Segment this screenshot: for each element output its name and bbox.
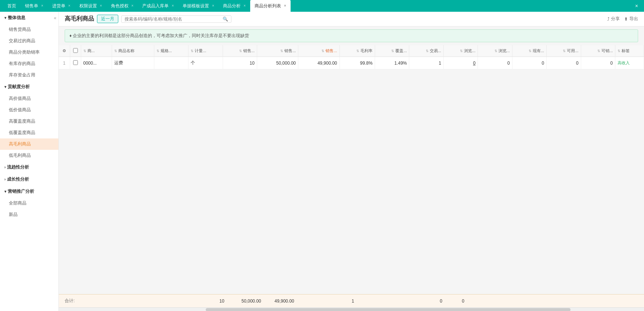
export-button[interactable]: ⬆ 导出	[624, 16, 638, 22]
sidebar-group-marketing[interactable]: ▾ 营销推广分析	[0, 185, 58, 198]
col-settings[interactable]: ⚙	[59, 45, 70, 57]
sidebar: « ▾ 整体信息 销售货商品 交易过的商品 商品分类助销率 有库存的商品 库存资…	[0, 12, 59, 311]
row-current-stock: 0	[512, 57, 546, 69]
close-template-tab[interactable]: ×	[212, 0, 214, 12]
sidebar-group-contribution[interactable]: ▾ 贡献度分析	[0, 81, 58, 93]
close-product-in-tab[interactable]: ×	[172, 0, 174, 12]
col-sales-cost[interactable]: ⇅ 销售...	[298, 45, 339, 57]
main-layout: « ▾ 整体信息 销售货商品 交易过的商品 商品分类助销率 有库存的商品 库存资…	[0, 12, 644, 311]
sidebar-item-all-goods[interactable]: 全部商品	[0, 198, 58, 209]
table-footer: 合计: 10 50,000.00 49,900.00 1 0 0	[59, 294, 644, 307]
footer-available: 0	[460, 299, 482, 304]
content-area: 高毛利商品 近一月 🔍 ⤴ 分享 ⬆ 导出 ♦ 企业的主要的利润都是这部分商品创…	[59, 12, 644, 311]
info-banner: ♦ 企业的主要的利润都是这部分商品创造的，可考虑加大推广，同时关注库存是不要出现…	[65, 29, 638, 42]
arrow-right-icon: ›	[4, 177, 6, 181]
sidebar-item-low-value[interactable]: 低价值商品	[0, 104, 58, 116]
sidebar-item-sales-goods[interactable]: 销售货商品	[0, 24, 58, 35]
arrow-right-icon: ›	[4, 165, 6, 169]
nav-permissions[interactable]: 权限设置 ×	[75, 0, 107, 12]
sidebar-item-category-rate[interactable]: 商品分类助销率	[0, 47, 58, 58]
footer-label: 合计:	[65, 298, 75, 304]
sidebar-item-high-value[interactable]: 高价值商品	[0, 93, 58, 104]
search-input[interactable]	[125, 17, 221, 22]
footer-spacer	[78, 299, 217, 304]
row-sales-cost: 49,900.00	[298, 57, 339, 69]
table-row: 1 0000... 运费 个 10 50,000.00 49,900.00 99…	[59, 57, 644, 69]
sidebar-group-growth[interactable]: › 成长性分析	[0, 173, 58, 185]
info-text: ♦ 企业的主要的利润都是这部分商品创造的，可考虑加大推广，同时关注库存是不要出现…	[69, 33, 249, 39]
row-available: 0	[547, 57, 581, 69]
sidebar-group-overall[interactable]: ▾ 整体信息	[0, 12, 58, 24]
header-actions: ⤴ 分享 ⬆ 导出	[607, 16, 638, 22]
col-saleable[interactable]: ⇅ 可销...	[581, 45, 615, 57]
row-sales-amount: 50,000.00	[257, 57, 298, 69]
search-icon[interactable]: 🔍	[223, 17, 228, 22]
share-icon: ⤴	[607, 17, 609, 22]
col-browse1[interactable]: ⇅ 浏览...	[443, 45, 478, 57]
close-sales-tab[interactable]: ×	[41, 0, 43, 12]
content-header: 高毛利商品 近一月 🔍 ⤴ 分享 ⬆ 导出	[59, 12, 644, 26]
row-tag: 高收入	[615, 57, 644, 69]
row-code[interactable]: 0000...	[81, 57, 112, 69]
col-gross-margin[interactable]: ⇅ 毛利率	[339, 45, 375, 57]
sidebar-item-new-goods[interactable]: 新品	[0, 209, 58, 220]
row-sales-qty: 10	[223, 57, 257, 69]
col-trade[interactable]: ⇅ 交易...	[409, 45, 443, 57]
col-tag[interactable]: ⇅ 标签	[615, 45, 644, 57]
arrow-icon: ▾	[4, 85, 6, 89]
sidebar-item-high-margin[interactable]: 高毛利商品	[0, 138, 58, 150]
close-analysis-tab[interactable]: ×	[244, 0, 246, 12]
window-close-btn[interactable]: ×	[632, 3, 641, 9]
share-button[interactable]: ⤴ 分享	[607, 16, 620, 22]
horizontal-scrollbar[interactable]	[59, 307, 644, 311]
sidebar-item-stock-capital[interactable]: 库存资金占用	[0, 69, 58, 81]
scrollbar-thumb[interactable]	[206, 308, 571, 311]
row-coverage: 1.49%	[375, 57, 409, 69]
row-checkbox[interactable]	[70, 57, 81, 69]
nav-sales[interactable]: 销售单 ×	[21, 0, 48, 12]
nav-analysis-list[interactable]: 商品分析列表 ×	[250, 0, 291, 12]
row-name[interactable]: 运费	[112, 57, 154, 69]
arrow-icon: ▾	[4, 16, 6, 20]
nav-product-in[interactable]: 产成品入库单 ×	[138, 0, 178, 12]
select-all-checkbox[interactable]	[73, 48, 78, 53]
nav-template[interactable]: 单据模板设置 ×	[178, 0, 219, 12]
row-saleable: 0	[581, 57, 615, 69]
close-purchase-tab[interactable]: ×	[68, 0, 71, 12]
table-header-row: ⚙ ⇅ 商... ⇅ 商品名称 ⇅ 规格... ⇅ 计量... ⇅ 销售... …	[59, 45, 644, 57]
col-sales-qty[interactable]: ⇅ 销售...	[223, 45, 257, 57]
sidebar-collapse-btn[interactable]: «	[52, 15, 58, 21]
sidebar-item-traded-goods[interactable]: 交易过的商品	[0, 35, 58, 47]
col-available[interactable]: ⇅ 可用...	[547, 45, 581, 57]
nav-home[interactable]: 首页	[3, 0, 21, 12]
col-unit[interactable]: ⇅ 计量...	[188, 45, 223, 57]
col-name[interactable]: ⇅ 商品名称	[112, 45, 154, 57]
sidebar-item-high-coverage[interactable]: 高覆盖度商品	[0, 116, 58, 127]
page-title: 高毛利商品	[65, 15, 94, 23]
footer-spacer3	[379, 299, 408, 304]
close-permissions-tab[interactable]: ×	[100, 0, 102, 12]
col-browse2[interactable]: ⇅ 浏览...	[478, 45, 512, 57]
col-spec[interactable]: ⇅ 规格...	[154, 45, 188, 57]
sidebar-item-low-coverage[interactable]: 低覆盖度商品	[0, 127, 58, 138]
footer-current-stock: 0	[438, 299, 460, 304]
sidebar-item-low-margin[interactable]: 低毛利商品	[0, 150, 58, 161]
footer-cells: 10 50,000.00 49,900.00 1 0 0	[78, 299, 638, 304]
period-button[interactable]: 近一月	[97, 15, 118, 23]
table-wrapper[interactable]: ⚙ ⇅ 商... ⇅ 商品名称 ⇅ 规格... ⇅ 计量... ⇅ 销售... …	[59, 45, 644, 294]
row-browse1[interactable]: 0	[443, 57, 478, 69]
col-code[interactable]: ⇅ 商...	[81, 45, 112, 57]
sidebar-item-stocked-goods[interactable]: 有库存的商品	[0, 58, 58, 69]
sidebar-group-flow[interactable]: › 流趋性分析	[0, 161, 58, 173]
nav-analysis[interactable]: 商品分析 ×	[219, 0, 250, 12]
search-box: 🔍	[121, 15, 231, 23]
close-analysis-list-tab[interactable]: ×	[284, 0, 286, 12]
nav-purchase[interactable]: 进货单 ×	[48, 0, 75, 12]
col-sales-amount[interactable]: ⇅ 销售...	[257, 45, 298, 57]
footer-sales-amount: 50,000.00	[239, 299, 272, 304]
col-current-stock[interactable]: ⇅ 现有...	[512, 45, 546, 57]
close-roles-tab[interactable]: ×	[132, 0, 134, 12]
nav-roles[interactable]: 角色授权 ×	[107, 0, 138, 12]
col-coverage[interactable]: ⇅ 覆盖...	[375, 45, 409, 57]
col-checkbox[interactable]	[70, 45, 81, 57]
